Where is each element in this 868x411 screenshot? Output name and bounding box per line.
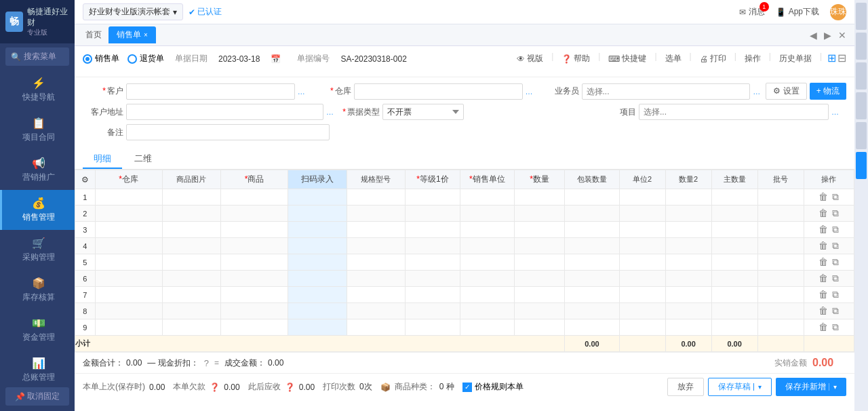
cell-sales_unit[interactable] bbox=[460, 222, 514, 238]
cell-pack_qty[interactable] bbox=[565, 287, 619, 303]
receivable-help-icon[interactable]: ❓ bbox=[285, 383, 295, 392]
cell-batch[interactable] bbox=[757, 222, 804, 238]
cell-qty[interactable] bbox=[515, 238, 565, 254]
right-panel-btn-6[interactable] bbox=[856, 152, 867, 179]
cell-spec[interactable] bbox=[347, 319, 406, 336]
cell-pack_qty[interactable] bbox=[565, 222, 619, 238]
toolbar-ops-btn[interactable]: 操作 bbox=[742, 52, 764, 66]
layout-icon-1[interactable]: ⊞ bbox=[827, 52, 836, 66]
cell-sales_unit[interactable] bbox=[460, 303, 514, 319]
cell-unit2[interactable] bbox=[619, 189, 665, 206]
cell-warehouse[interactable] bbox=[95, 287, 162, 303]
copy-icon[interactable]: ⧉ bbox=[830, 289, 841, 300]
cell-batch_entry[interactable] bbox=[288, 238, 347, 254]
cell-spec[interactable] bbox=[347, 287, 406, 303]
sidebar-item-purchase[interactable]: 🛒 采购管理 bbox=[0, 230, 75, 270]
project-more-icon[interactable]: … bbox=[831, 108, 839, 116]
cell-qty[interactable] bbox=[515, 319, 565, 336]
cell-pack_qty[interactable] bbox=[565, 254, 619, 271]
cell-batch_entry[interactable] bbox=[288, 254, 347, 271]
invoice-select[interactable]: 不开票 增值税普通发票 增值税专用发票 bbox=[382, 104, 464, 120]
tab-2d[interactable]: 二维 bbox=[123, 150, 163, 169]
hint-icon[interactable]: ? bbox=[204, 358, 209, 368]
col-batch-entry-header[interactable]: 扫码录入 bbox=[288, 170, 347, 189]
customer-more-icon[interactable]: … bbox=[298, 87, 305, 96]
cell-batch_entry[interactable] bbox=[288, 287, 347, 303]
cell-product[interactable] bbox=[221, 189, 288, 206]
sidebar-item-marketing[interactable]: 📢 营销推广 bbox=[0, 150, 75, 190]
cell-qty[interactable] bbox=[515, 222, 565, 238]
delete-icon[interactable]: 🗑 bbox=[816, 191, 830, 202]
cell-pack_qty[interactable] bbox=[565, 319, 619, 336]
toolbar-history-btn[interactable]: 历史单据 bbox=[776, 52, 814, 66]
cell-warehouse[interactable] bbox=[95, 189, 162, 206]
delete-icon[interactable]: 🗑 bbox=[816, 256, 830, 267]
cell-batch[interactable] bbox=[757, 287, 804, 303]
cell-spec[interactable] bbox=[347, 303, 406, 319]
tab-close-all-button[interactable]: ✕ bbox=[835, 28, 849, 42]
cell-batch_entry[interactable] bbox=[288, 319, 347, 336]
store-selector[interactable]: 好业财专业版演示帐套 ▾ bbox=[83, 3, 183, 20]
toolbar-shortcut-btn[interactable]: ⌨ 快捷键 bbox=[606, 52, 649, 66]
cell-qty2[interactable] bbox=[665, 254, 711, 271]
cell-product[interactable] bbox=[221, 287, 288, 303]
delete-icon[interactable]: 🗑 bbox=[816, 224, 830, 235]
cell-qty2[interactable] bbox=[665, 303, 711, 319]
cell-qty[interactable] bbox=[515, 254, 565, 271]
cell-product[interactable] bbox=[221, 303, 288, 319]
save-draft-arrow-icon[interactable]: ▾ bbox=[753, 383, 762, 391]
cell-price1[interactable] bbox=[406, 189, 460, 206]
cell-price1[interactable] bbox=[406, 254, 460, 271]
cell-unit2[interactable] bbox=[619, 254, 665, 271]
cell-sales_unit[interactable] bbox=[460, 319, 514, 336]
cell-pack_qty[interactable] bbox=[565, 206, 619, 222]
cell-price1[interactable] bbox=[406, 271, 460, 287]
cell-qty2[interactable] bbox=[665, 238, 711, 254]
copy-icon[interactable]: ⧉ bbox=[830, 256, 841, 267]
cell-qty2[interactable] bbox=[665, 271, 711, 287]
add-logistics-button[interactable]: + 物流 bbox=[810, 83, 846, 100]
cell-warehouse[interactable] bbox=[95, 238, 162, 254]
toolbar-help-btn[interactable]: ❓ 帮助 bbox=[559, 52, 593, 66]
cell-unit2[interactable] bbox=[619, 303, 665, 319]
sidebar-item-quick-nav[interactable]: ⚡ 快捷导航 bbox=[0, 70, 75, 110]
cell-qty2[interactable] bbox=[665, 189, 711, 206]
address-input[interactable] bbox=[126, 104, 323, 120]
cell-spec[interactable] bbox=[347, 189, 406, 206]
right-panel-btn-5[interactable] bbox=[856, 122, 867, 149]
tab-prev-button[interactable]: ◀ bbox=[807, 28, 820, 42]
delete-icon[interactable]: 🗑 bbox=[816, 208, 830, 218]
cell-qty[interactable] bbox=[515, 287, 565, 303]
tab-home[interactable]: 首页 bbox=[80, 26, 107, 43]
abandon-button[interactable]: 放弃 bbox=[667, 378, 704, 396]
cell-main_qty[interactable] bbox=[711, 287, 757, 303]
cell-sales_unit[interactable] bbox=[460, 254, 514, 271]
cell-unit2[interactable] bbox=[619, 271, 665, 287]
delete-icon[interactable]: 🗑 bbox=[816, 240, 830, 251]
cell-qty2[interactable] bbox=[665, 287, 711, 303]
toolbar-select-btn[interactable]: 选单 bbox=[663, 52, 684, 66]
cell-warehouse[interactable] bbox=[95, 222, 162, 238]
save-and-new-button[interactable]: 保存并新增 ▾ bbox=[776, 378, 846, 396]
cell-product_img[interactable] bbox=[162, 271, 221, 287]
cell-unit2[interactable] bbox=[619, 238, 665, 254]
cell-batch_entry[interactable] bbox=[288, 303, 347, 319]
cell-pack_qty[interactable] bbox=[565, 271, 619, 287]
setting-button[interactable]: ⚙ 设置 bbox=[766, 83, 806, 100]
cell-product_img[interactable] bbox=[162, 254, 221, 271]
app-download-button[interactable]: 📱 App下载 bbox=[776, 6, 819, 18]
cell-price1[interactable] bbox=[406, 287, 460, 303]
right-panel-btn-2[interactable] bbox=[856, 33, 867, 60]
salesperson-input[interactable]: 选择... bbox=[582, 83, 751, 100]
delete-icon[interactable]: 🗑 bbox=[816, 305, 830, 316]
tab-sales-order[interactable]: 销售单 × bbox=[108, 26, 156, 43]
cell-main_qty[interactable] bbox=[711, 254, 757, 271]
cell-price1[interactable] bbox=[406, 222, 460, 238]
cell-warehouse[interactable] bbox=[95, 254, 162, 271]
cancel-pin-button[interactable]: 📌 取消固定 bbox=[5, 387, 69, 406]
cell-warehouse[interactable] bbox=[95, 206, 162, 222]
tab-close-icon[interactable]: × bbox=[144, 31, 148, 39]
cell-product[interactable] bbox=[221, 238, 288, 254]
cell-qty[interactable] bbox=[515, 303, 565, 319]
cell-product_img[interactable] bbox=[162, 189, 221, 206]
